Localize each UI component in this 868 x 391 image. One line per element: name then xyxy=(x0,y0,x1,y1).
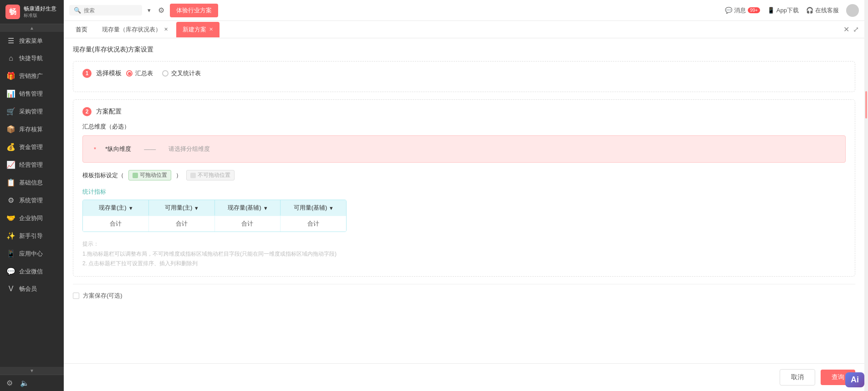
sidebar-item-guide[interactable]: ✨ 新手引导 xyxy=(0,227,64,245)
avatar[interactable] xyxy=(846,4,859,17)
col-header-3[interactable]: 现存量(基辅) ▾ xyxy=(215,200,281,216)
sidebar-item-finance[interactable]: 💰 资金管理 xyxy=(0,138,64,156)
close-tab-inventory-icon[interactable]: ✕ xyxy=(164,26,168,32)
sidebar-item-quicknav[interactable]: ⌂ 快捷导航 xyxy=(0,50,64,67)
sidebar-item-operations[interactable]: 📈 经营管理 xyxy=(0,156,64,174)
sidebar-item-enterprise[interactable]: 🤝 企业协同 xyxy=(0,209,64,227)
dimension-name-label: *纵向维度 xyxy=(105,145,131,153)
required-star: * xyxy=(94,146,96,153)
sidebar-item-label: 企业微信 xyxy=(19,268,43,276)
messages-button[interactable]: 💬 消息 99+ xyxy=(725,6,760,15)
expand-icon[interactable]: ⤢ xyxy=(853,25,859,34)
close-panel-icon[interactable]: ✕ xyxy=(843,25,849,34)
indicator-settings: 模板指标设定（ 可拖动位置 ） 不可拖动位置 xyxy=(82,170,846,180)
dimension-dash: —— xyxy=(144,146,156,153)
sidebar-item-label: 营销推广 xyxy=(19,72,43,80)
home-icon: ⌂ xyxy=(6,54,15,62)
sidebar-item-marketing[interactable]: 🎁 营销推广 xyxy=(0,67,64,85)
app-download-button[interactable]: 📱 App下载 xyxy=(767,6,799,15)
col-header-1[interactable]: 现存量(主) ▾ xyxy=(83,200,149,216)
sidebar-item-inventory[interactable]: 📦 库存核算 xyxy=(0,120,64,138)
download-icon: 📱 xyxy=(767,7,775,14)
radio-cross[interactable]: 交叉统计表 xyxy=(162,69,201,77)
member-icon: V xyxy=(6,285,15,293)
tab-home[interactable]: 首页 xyxy=(69,22,94,37)
messages-badge: 99+ xyxy=(748,7,760,13)
sidebar-item-label: 快捷导航 xyxy=(19,54,43,62)
stats-table-header: 现存量(主) ▾ 可用量(主) ▾ 现存量(基辅) ▾ 可用量(基辅) xyxy=(83,200,346,216)
ai-button[interactable]: Ai xyxy=(845,372,864,387)
sidebar-item-app-center[interactable]: 📱 应用中心 xyxy=(0,245,64,262)
dropdown-icon[interactable]: ▾ xyxy=(146,5,153,15)
sidebar: 畅 畅康通好生意 标准版 ▲ ☰ 搜索菜单 ⌂ 快捷导航 🎁 营销推广 📊 销售… xyxy=(0,0,64,391)
operations-icon: 📈 xyxy=(6,160,15,169)
close-tab-new-plan-icon[interactable]: ✕ xyxy=(209,26,213,32)
indicator-settings-label: 模板指标设定（ xyxy=(82,171,124,180)
sidebar-item-member[interactable]: V 畅会员 xyxy=(0,280,64,298)
tab-new-plan[interactable]: 新建方案 ✕ xyxy=(176,22,220,37)
app-logo: 畅 畅康通好生意 标准版 xyxy=(0,0,64,24)
marketing-icon: 🎁 xyxy=(6,72,15,80)
topbar-gear-icon[interactable]: ⚙ xyxy=(156,4,166,16)
messages-icon: 💬 xyxy=(725,7,732,14)
sidebar-item-label: 采购管理 xyxy=(19,108,43,116)
save-option-label: 方案保存(可选) xyxy=(83,292,123,300)
radio-summary-circle xyxy=(126,70,133,77)
cell-4: 合计 xyxy=(281,216,346,232)
industry-button[interactable]: 体验行业方案 xyxy=(170,4,218,17)
guide-icon: ✨ xyxy=(6,232,15,240)
tab-inventory[interactable]: 现存量（库存状况表） ✕ xyxy=(96,22,174,37)
dimension-selector[interactable]: * *纵向维度 —— 请选择分组维度 xyxy=(82,135,846,163)
sidebar-item-label: 资金管理 xyxy=(19,143,43,151)
tabs-bar: 首页 现存量（库存状况表） ✕ 新建方案 ✕ ✕ ⤢ xyxy=(64,21,864,38)
search-input[interactable] xyxy=(84,7,138,14)
search-box[interactable]: 🔍 xyxy=(69,5,142,15)
stats-section-label: 统计指标 xyxy=(82,188,846,196)
cancel-button[interactable]: 取消 xyxy=(780,369,815,386)
cell-2: 合计 xyxy=(149,216,215,232)
headset-icon: 🎧 xyxy=(806,7,813,14)
sidebar-item-wechat[interactable]: 💬 企业微信 xyxy=(0,262,64,280)
col-header-2[interactable]: 可用量(主) ▾ xyxy=(149,200,215,216)
search-icon: 🔍 xyxy=(74,7,81,14)
sidebar-item-purchase[interactable]: 🛒 采购管理 xyxy=(0,103,64,120)
dropdown-col4-icon: ▾ xyxy=(330,205,333,211)
wechat-icon: 💬 xyxy=(6,267,15,276)
sales-icon: 📊 xyxy=(6,89,15,98)
step2-section: 2 方案配置 汇总维度（必选） * *纵向维度 —— 请选择分组维度 模板指标设… xyxy=(73,99,855,277)
sidebar-item-label: 应用中心 xyxy=(19,250,43,258)
indicator-separator: ） xyxy=(176,171,182,180)
radio-summary[interactable]: 汇总表 xyxy=(126,69,153,77)
sidebar-scroll-up[interactable]: ▲ xyxy=(0,24,64,32)
col-header-4[interactable]: 可用量(基辅) ▾ xyxy=(281,200,346,216)
dimension-label: 汇总维度（必选） xyxy=(82,123,846,131)
sidebar-item-sales[interactable]: 📊 销售管理 xyxy=(0,85,64,103)
inventory-icon: 📦 xyxy=(6,125,15,134)
panel-title: 现存量(库存状况表)方案设置 xyxy=(73,46,855,54)
sidebar-nav: ☰ 搜索菜单 ⌂ 快捷导航 🎁 营销推广 📊 销售管理 🛒 采购管理 📦 库存核… xyxy=(0,32,64,367)
sidebar-scroll-down[interactable]: ▼ xyxy=(0,367,64,375)
dropdown-col2-icon: ▾ xyxy=(195,205,198,211)
content-area: 现存量(库存状况表)方案设置 1 选择模板 汇总表 xyxy=(64,38,864,363)
sidebar-item-basic-info[interactable]: 📋 基础信息 xyxy=(0,174,64,191)
step1-title: 选择模板 xyxy=(96,69,122,77)
sidebar-item-system[interactable]: ⚙ 系统管理 xyxy=(0,191,64,209)
sidebar-item-label: 库存核算 xyxy=(19,125,43,134)
sound-icon[interactable]: 🔈 xyxy=(20,379,29,387)
online-service-button[interactable]: 🎧 在线客服 xyxy=(806,6,839,15)
step2-title: 方案配置 xyxy=(96,108,122,116)
sidebar-item-search[interactable]: ☰ 搜索菜单 xyxy=(0,32,64,50)
save-checkbox[interactable] xyxy=(73,293,79,299)
sidebar-item-label: 企业协同 xyxy=(19,214,43,222)
tips-section: 提示： 1.拖动标题栏可以调整布局，不可跨维度或指标区域拖动栏目字段(只能在同一… xyxy=(82,239,846,269)
step2-header: 2 方案配置 xyxy=(82,107,846,116)
dimension-placeholder: 请选择分组维度 xyxy=(168,145,210,153)
step1-header: 1 选择模板 汇总表 交叉统计表 xyxy=(82,69,846,78)
settings-icon[interactable]: ⚙ xyxy=(6,379,13,387)
dropdown-col1-icon: ▾ xyxy=(129,205,133,211)
right-scrollbar[interactable] xyxy=(864,0,868,391)
sidebar-item-label: 新手引导 xyxy=(19,232,43,240)
sidebar-item-label: 畅会员 xyxy=(19,285,37,293)
step2-badge: 2 xyxy=(82,107,92,116)
bottom-bar: 取消 查询 xyxy=(64,363,864,391)
